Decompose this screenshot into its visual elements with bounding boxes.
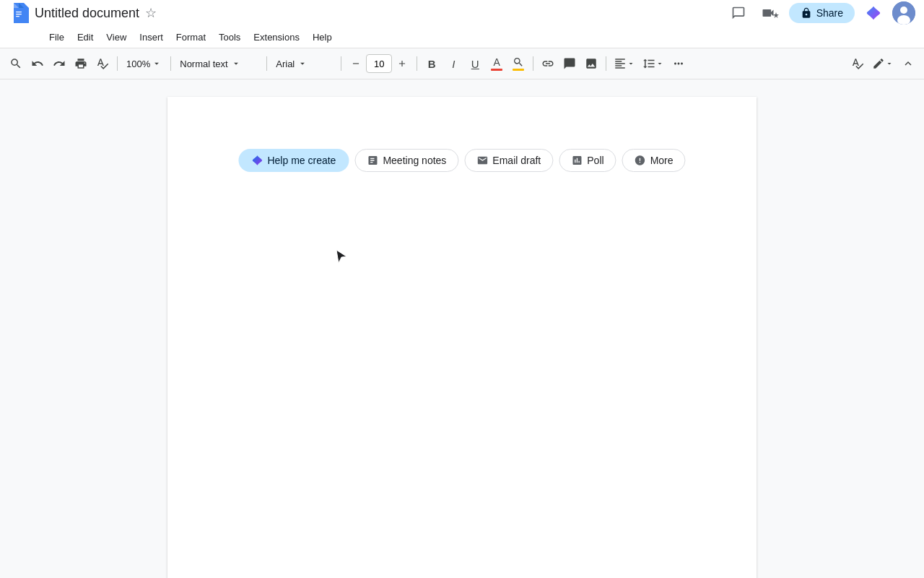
text-color-icon: A (491, 56, 502, 71)
font-value: Arial (276, 59, 295, 69)
editing-mode-button[interactable] (869, 53, 897, 74)
style-value: Normal text (180, 59, 227, 69)
menu-tools[interactable]: Tools (213, 29, 246, 46)
doc-title[interactable]: Untitled document (35, 6, 139, 21)
menu-extensions[interactable]: Extensions (248, 29, 305, 46)
font-size-increase[interactable] (392, 53, 412, 74)
highlight-color-button[interactable] (508, 53, 528, 74)
print-button[interactable] (71, 53, 91, 74)
undo-button[interactable] (27, 53, 48, 74)
separator-4 (341, 56, 341, 71)
menu-bar: File Edit View Insert Format Tools Exten… (0, 26, 924, 48)
email-draft-chip[interactable]: Email draft (464, 149, 553, 172)
separator-7 (606, 56, 606, 71)
svg-point-4 (900, 7, 907, 14)
more-label: More (650, 155, 674, 166)
star-icon[interactable]: ☆ (145, 5, 157, 21)
menu-file[interactable]: File (43, 29, 70, 46)
separator-5 (417, 56, 417, 71)
font-size-area: 10 (346, 53, 412, 74)
italic-button[interactable]: I (443, 53, 463, 74)
collapse-toolbar-button[interactable] (898, 53, 918, 74)
redo-button[interactable] (49, 53, 69, 74)
zoom-selector[interactable]: 100% (122, 53, 166, 74)
separator-3 (266, 56, 267, 71)
menu-edit[interactable]: Edit (71, 29, 99, 46)
menu-format[interactable]: Format (170, 29, 212, 46)
ai-spellcheck-button[interactable] (847, 53, 868, 74)
poll-chip[interactable]: Poll (559, 149, 616, 172)
title-bar-actions: Share (725, 0, 915, 26)
separator-2 (170, 56, 171, 71)
search-button[interactable] (6, 53, 26, 74)
insert-link-button[interactable] (538, 53, 558, 74)
bold-button[interactable]: B (422, 53, 442, 74)
insert-image-button[interactable] (581, 53, 601, 74)
zoom-value: 100% (126, 59, 150, 69)
comment-icon-button[interactable] (725, 0, 751, 26)
svg-rect-2 (16, 16, 19, 17)
user-avatar[interactable] (892, 1, 915, 25)
style-selector[interactable]: Normal text (175, 53, 262, 74)
toolbar: 100% Normal text Arial 10 B I U A (0, 48, 924, 79)
doc-page[interactable]: Help me create Meeting notes Email draft… (167, 97, 757, 578)
menu-insert[interactable]: Insert (134, 29, 169, 46)
share-label: Share (816, 7, 843, 19)
cursor (335, 249, 348, 267)
help-me-create-label: Help me create (267, 155, 336, 166)
insert-comment-button[interactable] (559, 53, 580, 74)
gdocs-logo[interactable] (9, 3, 29, 23)
meeting-notes-chip[interactable]: Meeting notes (354, 149, 458, 172)
font-selector[interactable]: Arial (271, 53, 336, 74)
doc-area[interactable]: Help me create Meeting notes Email draft… (0, 79, 924, 578)
separator-1 (117, 56, 118, 71)
title-bar: Untitled document ☆ Share (0, 0, 924, 26)
more-options-button[interactable] (668, 53, 689, 74)
gemini-icon-button[interactable] (860, 0, 886, 26)
align-button[interactable] (611, 53, 638, 74)
meet-icon-button[interactable] (757, 0, 783, 26)
svg-rect-0 (16, 12, 22, 12)
line-spacing-button[interactable] (640, 53, 667, 74)
more-chip[interactable]: More (622, 149, 686, 172)
separator-6 (533, 56, 533, 71)
text-color-button[interactable]: A (487, 53, 507, 74)
help-me-create-button[interactable]: Help me create (238, 149, 349, 172)
highlight-color-icon (513, 56, 524, 71)
menu-help[interactable]: Help (307, 29, 338, 46)
font-size-input[interactable]: 10 (366, 54, 392, 73)
underline-button[interactable]: U (465, 53, 485, 74)
font-size-decrease[interactable] (346, 53, 366, 74)
email-draft-label: Email draft (492, 155, 541, 166)
poll-label: Poll (587, 155, 603, 166)
meeting-notes-label: Meeting notes (383, 155, 446, 166)
spellcheck-button[interactable] (92, 53, 113, 74)
menu-view[interactable]: View (100, 29, 132, 46)
ai-suggestion-bar: Help me create Meeting notes Email draft… (238, 149, 685, 172)
share-button[interactable]: Share (789, 3, 855, 23)
svg-rect-1 (16, 14, 22, 14)
